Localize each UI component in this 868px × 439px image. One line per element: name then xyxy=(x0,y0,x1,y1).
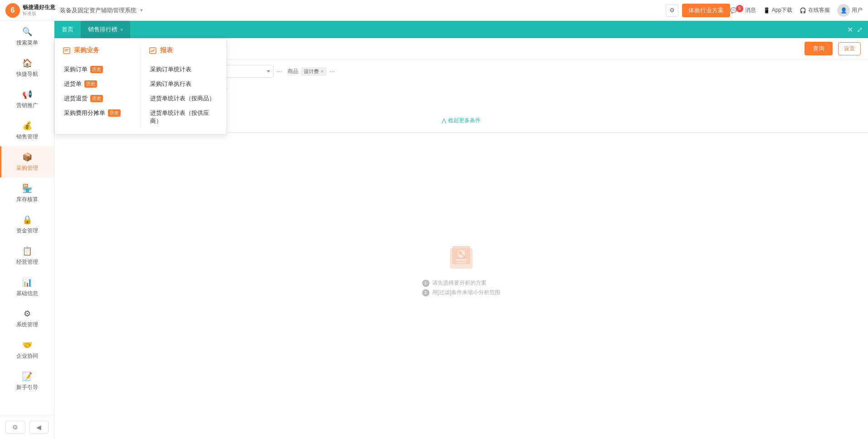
top-header: 6 畅捷通好生意 标准版 装备及固定资产辅助管理系统 ▾ ⚙ 体验行业方案 💬 … xyxy=(0,0,868,21)
dropdown-item-inbound-return[interactable]: 进货退货 历史 xyxy=(62,91,133,106)
sidebar-item-marketing[interactable]: 📢 营销推广 xyxy=(0,84,54,115)
sidebar: 🔍 搜索菜单 🏠 快捷导航 📢 营销推广 💰 销售管理 📦 采购管理 🏪 库存核… xyxy=(0,21,54,439)
trial-button[interactable]: 体验行业方案 xyxy=(682,4,730,17)
operation-icon: 📋 xyxy=(22,246,33,256)
phone-icon: 📱 xyxy=(763,7,770,14)
tab-home-label: 首页 xyxy=(62,25,73,34)
sidebar-item-label: 新手引导 xyxy=(16,384,38,391)
user-label: 用户 xyxy=(852,6,863,14)
system-title-arrow[interactable]: ▾ xyxy=(140,7,143,13)
item-label: 采购订单执行表 xyxy=(150,80,191,88)
goods-tag-close[interactable]: × xyxy=(321,69,323,74)
logo-sub: 标准版 xyxy=(23,11,55,16)
sidebar-item-search[interactable]: 🔍 搜索菜单 xyxy=(0,21,54,52)
empty-state: ① 请先选择要分析的方案 ② 用[过滤]条件来缩小分析范围 xyxy=(54,133,868,439)
history-badge: 历史 xyxy=(108,109,121,117)
svg-rect-3 xyxy=(456,259,467,261)
dropdown-item-purchase-order[interactable]: 采购订单 历史 xyxy=(62,62,133,77)
sidebar-item-enterprise[interactable]: 🤝 企业协同 xyxy=(0,334,54,365)
sidebar-item-basic-info[interactable]: 📊 基础信息 xyxy=(0,271,54,303)
tab-home[interactable]: 首页 xyxy=(54,21,81,38)
sidebar-item-label: 系统管理 xyxy=(16,321,38,329)
dropdown-col-purchase-label: 采购业务 xyxy=(74,46,99,54)
sidebar-item-purchase[interactable]: 📦 采购管理 xyxy=(0,146,54,178)
sidebar-item-label: 营销推广 xyxy=(16,102,38,109)
report-col-icon xyxy=(148,46,157,55)
dropdown-col-report-header: 报表 xyxy=(148,44,219,57)
sidebar-item-quick-nav[interactable]: 🏠 快捷导航 xyxy=(0,52,54,84)
dropdown-item-po-stat[interactable]: 采购订单统计表 xyxy=(148,62,219,77)
sidebar-item-label: 快捷导航 xyxy=(16,70,38,78)
goods-label: 商品 xyxy=(288,68,298,75)
history-badge: 历史 xyxy=(84,80,97,88)
user-btn[interactable]: 👤 用户 xyxy=(837,4,863,17)
doc-status-more[interactable]: ⋯ xyxy=(276,68,282,75)
item-label: 进货单 xyxy=(64,80,82,88)
basic-info-icon: 📊 xyxy=(22,277,33,288)
dropdown-item-inbound[interactable]: 进货单 历史 xyxy=(62,77,133,91)
query-button[interactable]: 查询 xyxy=(805,42,833,55)
sidebar-item-label: 经营管理 xyxy=(16,258,38,266)
header-right: 💬 9 消息 📱 App下载 🎧 在线客服 👤 用户 xyxy=(730,4,863,17)
tab-sales-rank[interactable]: 销售排行榜 × xyxy=(81,21,130,38)
svg-rect-4 xyxy=(457,262,466,263)
dropdown-col-report-label: 报表 xyxy=(160,46,173,54)
sidebar-item-newbie[interactable]: 📝 新手引导 xyxy=(0,365,54,397)
sales-icon: 💰 xyxy=(22,120,33,131)
sidebar-footer: ⚙ ◀ xyxy=(0,415,54,439)
settings-icon[interactable]: ⚙ xyxy=(666,4,678,17)
logo-main: 畅捷通好生意 xyxy=(23,4,55,10)
settings-button[interactable]: 设置 xyxy=(838,42,861,55)
sidebar-item-inventory[interactable]: 🏪 库存核算 xyxy=(0,178,54,209)
item-label: 进货退货 xyxy=(64,94,88,103)
search-icon: 🔍 xyxy=(22,26,33,37)
sidebar-item-label: 企业协同 xyxy=(16,352,38,360)
dropdown-col-purchase: 采购业务 采购订单 历史 进货单 历史 进货退货 历史 采购费用分摊单 历史 xyxy=(55,44,141,128)
tab-close-window-btn[interactable]: ✕ xyxy=(847,25,853,34)
dropdown-item-inbound-stat-goods[interactable]: 进货单统计表（按商品） xyxy=(148,91,219,106)
tab-expand-btn[interactable]: ⤢ xyxy=(857,25,863,34)
purchase-icon: 📦 xyxy=(22,152,33,163)
avatar: 👤 xyxy=(837,4,850,17)
sidebar-item-label: 库存核算 xyxy=(16,196,38,203)
enterprise-icon: 🤝 xyxy=(22,340,33,350)
tab-bar: 首页 销售排行榜 × ✕ ⤢ xyxy=(54,21,868,38)
item-label: 采购费用分摊单 xyxy=(64,109,105,117)
online-service-btn[interactable]: 🎧 在线客服 xyxy=(800,6,830,14)
sidebar-item-operation[interactable]: 📋 经营管理 xyxy=(0,240,54,271)
sidebar-item-funds[interactable]: 🔒 资金管理 xyxy=(0,209,54,240)
dropdown-item-po-exec[interactable]: 采购订单执行表 xyxy=(148,77,219,91)
tab-bar-actions: ✕ ⤢ xyxy=(847,25,868,34)
doc-status-select[interactable] xyxy=(219,65,273,78)
home-icon: 🏠 xyxy=(22,58,33,69)
sidebar-item-system[interactable]: ⚙ 系统管理 xyxy=(0,303,54,334)
notifications-btn[interactable]: 💬 9 消息 xyxy=(730,6,756,14)
item-label: 采购订单统计表 xyxy=(150,65,191,74)
app-download-btn[interactable]: 📱 App下载 xyxy=(763,6,792,14)
sidebar-item-label: 资金管理 xyxy=(16,227,38,235)
online-service-label: 在线客服 xyxy=(808,6,830,14)
item-label: 进货单统计表（按商品） xyxy=(150,94,215,103)
empty-tips: ① 请先选择要分析的方案 ② 用[过滤]条件来缩小分析范围 xyxy=(422,279,501,296)
sidebar-item-label: 采购管理 xyxy=(16,164,38,172)
tab-close-icon[interactable]: × xyxy=(120,27,123,32)
sidebar-item-label: 搜索菜单 xyxy=(16,39,38,47)
tip2-num: ② xyxy=(422,289,429,296)
dropdown-item-inbound-stat-supplier[interactable]: 进货单统计表（按供应商） xyxy=(148,106,219,128)
sidebar-item-label: 基础信息 xyxy=(16,290,38,297)
dropdown-col-report: 报表 采购订单统计表 采购订单执行表 进货单统计表（按商品） 进货单统计表（按供… xyxy=(141,44,227,128)
history-badge: 历史 xyxy=(90,95,103,102)
collapse-label: 收起更多条件 xyxy=(448,117,481,124)
tip1-text: 请先选择要分析的方案 xyxy=(432,279,487,287)
logo-text: 畅捷通好生意 标准版 xyxy=(23,4,55,16)
sidebar-item-sales[interactable]: 💰 销售管理 xyxy=(0,115,54,146)
empty-tip-2: ② 用[过滤]条件来缩小分析范围 xyxy=(422,289,501,296)
marketing-icon: 📢 xyxy=(22,89,33,100)
tip1-num: ① xyxy=(422,280,429,287)
dropdown-item-purchase-expense[interactable]: 采购费用分摊单 历史 xyxy=(62,106,133,120)
logo-icon: 6 xyxy=(5,3,20,18)
sidebar-item-label: 销售管理 xyxy=(16,133,38,141)
goods-more[interactable]: ⋯ xyxy=(329,68,335,75)
sidebar-settings-btn[interactable]: ⚙ xyxy=(5,421,25,434)
sidebar-collapse-btn[interactable]: ◀ xyxy=(29,421,49,434)
